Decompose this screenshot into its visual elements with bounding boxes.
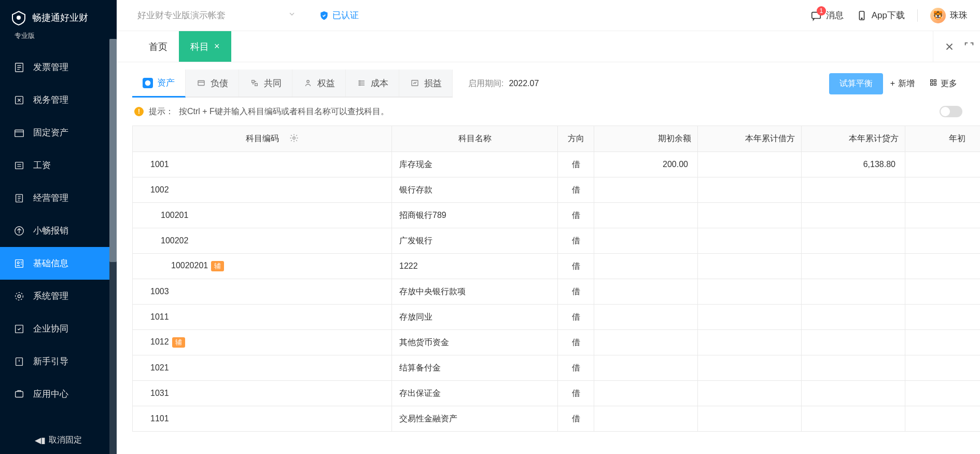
cell-debit [698, 177, 802, 203]
cell-year-open [905, 152, 981, 177]
sidebar-scroll-thumb[interactable] [109, 39, 117, 262]
filter-liabilities[interactable]: 负债 [186, 70, 239, 97]
nav-apps[interactable]: 应用中心 [0, 378, 117, 410]
sidebar-scrollbar[interactable] [109, 39, 117, 454]
topbar: 好业财专业版演示帐套 已认证 1 消息 App下载 🐯 珠珠 [117, 0, 980, 31]
app-download-button[interactable]: App下载 [856, 9, 905, 21]
svg-rect-25 [934, 80, 936, 82]
verified-label: 已认证 [332, 9, 359, 21]
messages-button[interactable]: 1 消息 [810, 9, 844, 21]
nav-expense[interactable]: 小畅报销 [0, 214, 117, 247]
plus-icon: + [890, 79, 895, 88]
table-row[interactable]: 1101交易性金融资产借 [133, 406, 981, 432]
cell-year-open [905, 254, 981, 279]
start-period: 启用期间: 2022.07 [468, 78, 539, 89]
nav-guide[interactable]: 新手引导 [0, 345, 117, 378]
cell-year-open [905, 177, 981, 203]
sidebar-unpin[interactable]: ◀▮ 取消固定 [0, 427, 117, 454]
table-row[interactable]: 1001库存现金借200.006,138.80 [133, 152, 981, 177]
account-selector[interactable]: 好业财专业版演示帐套 [137, 9, 296, 21]
tab-home[interactable]: 首页 [137, 31, 179, 62]
toggle-switch[interactable] [940, 106, 962, 117]
nav-label: 企业协同 [33, 323, 68, 335]
filter-common[interactable]: 共同 [239, 70, 292, 97]
filter-equity[interactable]: 权益 [292, 70, 346, 97]
nav-label: 税务管理 [33, 94, 68, 106]
close-all-icon[interactable] [944, 41, 955, 52]
user-name: 珠珠 [950, 9, 968, 21]
nav-fixed-assets[interactable]: 固定资产 [0, 116, 117, 149]
table-row[interactable]: 1021结算备付金借 [133, 355, 981, 381]
nav-label: 小畅报销 [33, 225, 68, 237]
nav-basic-info[interactable]: 基础信息 [0, 247, 117, 280]
cell-code: 1031 [133, 381, 392, 406]
cell-direction: 借 [558, 228, 594, 254]
brand-name: 畅捷通好业财 [32, 11, 88, 24]
cell-direction: 借 [558, 330, 594, 355]
nav-business[interactable]: 经营管理 [0, 182, 117, 214]
more-label: 更多 [941, 78, 957, 89]
table-row[interactable]: 1002银行存款借 [133, 177, 981, 203]
cell-name: 库存现金 [392, 152, 558, 177]
svg-point-8 [17, 262, 19, 264]
filter-assets[interactable]: ¥资产 [132, 70, 186, 98]
cell-code: 1001 [133, 152, 392, 177]
filter-profitloss[interactable]: 损益 [399, 70, 453, 97]
user-menu[interactable]: 🐯 珠珠 [930, 8, 968, 23]
expense-icon [13, 225, 25, 237]
cell-credit [802, 305, 905, 330]
cell-opening [594, 279, 698, 305]
cell-name: 1222 [392, 254, 558, 279]
cell-opening [594, 381, 698, 406]
table-row[interactable]: 100201招商银行789借 [133, 203, 981, 228]
tab-label: 共同 [264, 77, 282, 89]
cell-code: 1012辅 [133, 330, 392, 355]
cell-name: 存放同业 [392, 305, 558, 330]
table-row[interactable]: 1012辅其他货币资金借 [133, 330, 981, 355]
nav-label: 固定资产 [33, 127, 68, 139]
trial-balance-button[interactable]: 试算平衡 [829, 73, 883, 94]
cell-credit: 6,138.80 [802, 152, 905, 177]
th-direction: 方向 [558, 126, 594, 152]
tab-subjects[interactable]: 科目 × [179, 31, 231, 62]
tab-label: 首页 [149, 40, 167, 53]
svg-rect-27 [934, 83, 936, 85]
add-button[interactable]: +新增 [883, 73, 922, 94]
nav-invoice[interactable]: 发票管理 [0, 51, 117, 84]
salary-icon [13, 160, 25, 171]
cell-year-open [905, 330, 981, 355]
table-row[interactable]: 1031存出保证金借 [133, 381, 981, 406]
svg-rect-26 [931, 83, 933, 85]
cell-name: 其他货币资金 [392, 330, 558, 355]
close-icon[interactable]: × [214, 41, 220, 52]
profitloss-icon [410, 78, 420, 88]
cell-credit [802, 406, 905, 432]
table-row[interactable]: 1011存放同业借 [133, 305, 981, 330]
filter-cost[interactable]: 成本 [346, 70, 399, 97]
cell-debit [698, 355, 802, 381]
messages-label: 消息 [826, 9, 844, 21]
nav-collab[interactable]: 企业协同 [0, 312, 117, 345]
info-icon: ! [134, 107, 144, 116]
cell-code: 1021 [133, 355, 392, 381]
nav-tax[interactable]: 税务管理 [0, 84, 117, 116]
more-button[interactable]: 更多 [922, 73, 964, 94]
tabs-actions [933, 31, 980, 62]
sidebar-nav: 发票管理 税务管理 固定资产 工资 经营管理 小畅报销 基础信息 系统管理 企业… [0, 47, 117, 427]
hint-bar: ! 提示： 按Ctrl + F键并输入科目编码或者科目名称可以查找科目。 [117, 98, 980, 126]
table-row[interactable]: 100202广发银行借 [133, 228, 981, 254]
cell-opening [594, 177, 698, 203]
fullscreen-icon[interactable] [963, 41, 975, 52]
table-row[interactable]: 1003存放中央银行款项借 [133, 279, 981, 305]
cell-code: 10020201辅 [133, 254, 392, 279]
cell-direction: 借 [558, 406, 594, 432]
table-row[interactable]: 10020201辅1222借 [133, 254, 981, 279]
cell-opening [594, 203, 698, 228]
nav-salary[interactable]: 工资 [0, 149, 117, 182]
cell-debit [698, 305, 802, 330]
svg-point-22 [307, 80, 310, 83]
gear-icon[interactable] [289, 133, 299, 145]
nav-system[interactable]: 系统管理 [0, 280, 117, 312]
th-year-open: 年初 [905, 126, 981, 152]
cell-debit [698, 330, 802, 355]
